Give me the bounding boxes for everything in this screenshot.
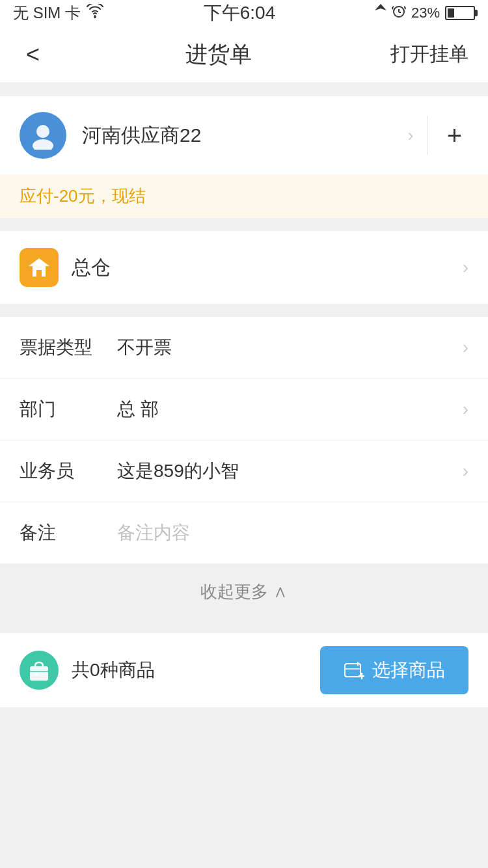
warehouse-chevron-icon: › xyxy=(463,257,468,278)
supplier-name: 河南供应商22 xyxy=(82,122,407,149)
divider xyxy=(427,116,427,155)
sales-value: 这是859的小智 xyxy=(98,459,463,483)
svg-rect-9 xyxy=(30,666,48,681)
supplier-chevron-icon: › xyxy=(407,125,413,146)
shopping-bag-icon xyxy=(27,658,51,682)
main-content: 河南供应商22 › + 应付-20元，现结 总仓 › 票据类型 xyxy=(0,96,488,707)
add-supplier-button[interactable]: + xyxy=(441,121,468,150)
warehouse-section: 总仓 › xyxy=(0,231,488,304)
supplier-row[interactable]: 河南供应商22 › + xyxy=(0,96,488,174)
select-product-icon xyxy=(344,661,364,679)
alarm-icon xyxy=(392,4,406,22)
svg-rect-8 xyxy=(36,270,42,277)
collapse-row[interactable]: 收起更多 ∧ xyxy=(0,563,488,620)
svg-point-0 xyxy=(94,16,96,18)
dept-label: 部门 xyxy=(20,397,98,422)
invoice-value: 不开票 xyxy=(98,335,463,360)
warehouse-row[interactable]: 总仓 › xyxy=(0,231,488,304)
back-button[interactable]: < xyxy=(20,34,46,75)
invoice-label: 票据类型 xyxy=(20,335,98,360)
bottom-bar: 共0种商品 选择商品 xyxy=(0,633,488,707)
sales-chevron-icon: › xyxy=(463,461,468,481)
product-icon-wrap xyxy=(20,651,59,690)
dept-row[interactable]: 部门 总 部 › xyxy=(0,379,488,441)
svg-point-5 xyxy=(33,139,53,150)
status-bar: 无 SIM 卡 下午6:04 23% xyxy=(0,0,488,26)
remark-label: 备注 xyxy=(20,521,98,545)
invoice-row[interactable]: 票据类型 不开票 › xyxy=(0,317,488,379)
form-section: 票据类型 不开票 › 部门 总 部 › 业务员 这是859的小智 › 备注 备注… xyxy=(0,317,488,563)
page-title: 进货单 xyxy=(185,40,252,70)
battery-percent: 23% xyxy=(411,5,440,21)
carrier-text: 无 SIM 卡 xyxy=(13,3,81,23)
collapse-label: 收起更多 ∧ xyxy=(200,582,287,601)
supplier-card: 河南供应商22 › + 应付-20元，现结 xyxy=(0,96,488,218)
status-right: 23% xyxy=(375,4,475,22)
avatar-person-icon xyxy=(20,112,66,159)
sales-row[interactable]: 业务员 这是859的小智 › xyxy=(0,441,488,502)
wifi-icon xyxy=(86,4,104,22)
warehouse-name: 总仓 xyxy=(72,254,463,281)
remark-input[interactable]: 备注内容 xyxy=(98,521,468,545)
status-carrier: 无 SIM 卡 xyxy=(13,3,104,23)
open-pending-button[interactable]: 打开挂单 xyxy=(390,41,468,68)
select-product-label: 选择商品 xyxy=(372,658,445,683)
product-count: 共0种商品 xyxy=(72,658,320,683)
remark-row[interactable]: 备注 备注内容 xyxy=(0,502,488,563)
notice-text: 应付-20元，现结 xyxy=(20,186,146,206)
dept-value: 总 部 xyxy=(98,397,463,422)
supplier-avatar xyxy=(20,112,66,159)
svg-point-4 xyxy=(36,125,49,138)
status-time: 下午6:04 xyxy=(204,1,276,25)
sales-label: 业务员 xyxy=(20,459,98,483)
battery-icon xyxy=(445,6,475,20)
select-product-button[interactable]: 选择商品 xyxy=(320,646,468,694)
dept-chevron-icon: › xyxy=(463,399,468,420)
supplier-notice: 应付-20元，现结 xyxy=(0,174,488,218)
nav-bar: < 进货单 打开挂单 xyxy=(0,26,488,83)
invoice-chevron-icon: › xyxy=(463,337,468,358)
location-icon xyxy=(375,4,386,22)
warehouse-icon xyxy=(20,248,59,287)
svg-marker-6 xyxy=(29,258,49,266)
